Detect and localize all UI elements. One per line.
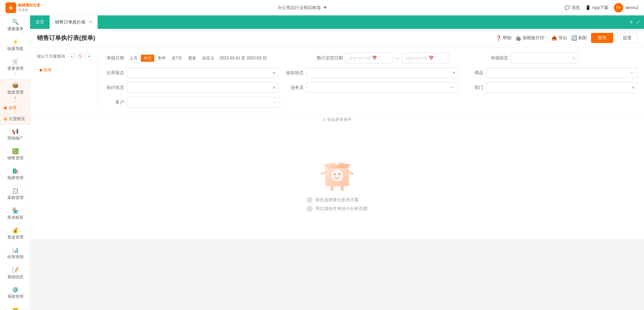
operation-icon: 📊 <box>12 247 19 253</box>
content-area: 首页 销售订单执行表 ✕ ✕ ⤢ 销售订单执行表(按单) ❓ 帮助 <box>30 15 644 310</box>
empty-state: 1 请先选择要分析的方案 2 用过滤条件来缩小分析范围 <box>30 126 644 239</box>
ecommerce-icon: 🛍️ <box>12 168 19 174</box>
delivery-status-select[interactable]: ▾ <box>127 67 278 78</box>
salesperson-input[interactable]: ··· <box>306 82 458 93</box>
calendar-to-icon: 📅 <box>429 56 434 60</box>
sidebar-item-system[interactable]: ⚙️ 系统管理 <box>0 283 30 303</box>
template-print-action[interactable]: 🖨️ 按模板打印 ▾ <box>516 35 547 41</box>
press-order-dot <box>4 107 7 109</box>
sidebar-section-wholesale: 📦 批发管理 ▴ 按单 欠货情况 <box>0 79 30 125</box>
tab-home[interactable]: 首页 <box>30 15 50 29</box>
collapse-arrow-icon: ∧ <box>323 117 326 122</box>
bill-date-label: 单据日期 <box>104 55 124 61</box>
tab-close-sales-exec[interactable]: ✕ <box>89 20 92 24</box>
date-tab-thismonth[interactable]: 本月 <box>141 55 154 62</box>
filter-row-2: 出库状态 ▾ 收款状态 ▾ <box>104 67 637 78</box>
date-tab-7days[interactable]: 近7天 <box>169 55 185 62</box>
sidebar-item-enterprise[interactable]: 🤝 企业协同 <box>0 303 30 310</box>
export-icon: 📤 <box>551 35 557 41</box>
payment-arrow: ▾ <box>453 70 455 75</box>
sidebar-item-quicknav[interactable]: ⚡ 快捷导航 <box>0 35 30 55</box>
filter-rows: 单据日期 上月 本月 本年 近7天 更多 自定义 <box>104 53 637 108</box>
sidebar-item-operation[interactable]: 📊 经营管理 <box>0 244 30 263</box>
app-download-action[interactable]: 📱 App下载 <box>585 5 608 11</box>
tab-expand-window-btn[interactable]: ⤢ <box>636 19 640 25</box>
bill-status-arrow: ▾ <box>573 56 575 61</box>
salesperson-more-btn[interactable]: ··· <box>450 85 454 91</box>
scheme-edit-btn[interactable]: ✎ <box>77 53 84 60</box>
empty-hint-1: 1 请先选择要分析的方案 <box>307 197 368 203</box>
workspace-dropdown-icon[interactable]: ▼ <box>323 5 327 10</box>
date-tab-thisyear[interactable]: 本年 <box>155 55 168 62</box>
scheme-active-dot <box>40 69 42 71</box>
sidebar-item-ecommerce[interactable]: 🛍️ 电商管理 <box>0 164 30 184</box>
bill-status-select[interactable]: ▾ <box>511 53 578 63</box>
svg-rect-10 <box>320 171 326 175</box>
wholesale-icon: 📦 <box>12 82 19 89</box>
refresh-icon: 🔄 <box>571 35 577 41</box>
sidebar-item-marketing[interactable]: 📢 营销推广 <box>0 125 30 145</box>
page-header-actions: ❓ 帮助 🖨️ 按模板打印 ▾ 📤 导出 🔄 刷新 <box>496 33 637 47</box>
payment-status-label: 收款状态 <box>283 70 304 76</box>
svg-rect-12 <box>330 186 334 191</box>
hint-num-1: 1 <box>307 197 313 203</box>
date-tabs: 上月 本月 本年 近7天 更多 自定义 <box>127 55 217 62</box>
help-action[interactable]: ❓ 帮助 <box>496 35 512 41</box>
sidebar-item-sales[interactable]: 💹 销售管理 <box>0 145 30 164</box>
sidebar-item-purchase[interactable]: 📋 采购管理 <box>0 184 30 204</box>
settings-button[interactable]: 设置 <box>617 33 637 43</box>
main-layout: 🔍 搜索菜单 ⚡ 快捷导航 🛒 零售管理 ▾ 📦 批发管理 ▴ 按 <box>0 15 644 310</box>
message-icon: 💬 <box>565 5 570 10</box>
sidebar-item-inventory[interactable]: 🏪 库存核算 <box>0 204 30 224</box>
goods-more-btn[interactable]: ··· <box>630 70 634 76</box>
sidebar-item-wholesale[interactable]: 📦 批发管理 ▴ <box>0 79 30 102</box>
wholesale-label: 批发管理 <box>7 90 23 95</box>
expected-date-to[interactable]: yyyy-mm-dd 📅 <box>402 53 449 63</box>
customer-more-btn[interactable]: ··· <box>272 99 277 105</box>
tab-sales-order-exec[interactable]: 销售订单执行表 ✕ <box>50 15 98 29</box>
workspace-name: 办公用品行业模拟账套 <box>277 5 321 11</box>
tab-close-window-btn[interactable]: ✕ <box>629 19 633 25</box>
delivery-arrow: ▾ <box>273 70 275 75</box>
scheme-add-btn[interactable]: + <box>68 53 75 60</box>
query-button[interactable]: 查询 <box>591 33 613 43</box>
date-separator: — <box>395 56 399 61</box>
scheme-collapse-btn[interactable]: « <box>86 53 93 60</box>
expected-date-label: 预计交货日期 <box>317 55 343 61</box>
inventory-label: 库存核算 <box>7 215 23 220</box>
user-menu[interactable]: Ea demo2 <box>614 3 639 12</box>
sidebar-item-finance[interactable]: 💰 资金管理 <box>0 224 30 244</box>
filter-group-bill-date: 单据日期 上月 本月 本年 近7天 更多 自定义 <box>104 55 311 62</box>
svg-rect-11 <box>348 171 354 175</box>
filter-group-goods: 商品 ··· <box>463 67 637 78</box>
goods-input[interactable]: ··· <box>486 67 637 78</box>
filter-group-payment: 收款状态 ▾ <box>283 67 458 78</box>
sidebar-sub-arrears[interactable]: 欠货情况 <box>0 113 30 124</box>
filter-fields: 单据日期 上月 本月 本年 近7天 更多 自定义 <box>97 53 637 108</box>
sidebar-item-search[interactable]: 🔍 搜索菜单 <box>0 15 30 35</box>
export-action[interactable]: 📤 导出 <box>551 35 567 41</box>
tabs-bar-right: ✕ ⤢ <box>625 19 644 25</box>
date-tab-lastmonth[interactable]: 上月 <box>127 55 140 62</box>
sidebar-sub-press-order[interactable]: 按单 <box>0 102 30 113</box>
exec-status-select[interactable]: ▾ <box>127 82 278 93</box>
sidebar-item-retail[interactable]: 🛒 零售管理 ▾ <box>0 55 30 79</box>
scheme-panel-label: 按以下方案查询 <box>37 54 65 59</box>
dept-select[interactable]: ▾ <box>486 82 637 93</box>
message-action[interactable]: 💬 消息 <box>565 5 580 11</box>
svg-text:畅: 畅 <box>9 6 12 10</box>
avatar: Ea <box>614 3 623 12</box>
basic-label: 基础信息 <box>7 274 23 280</box>
customer-input[interactable]: ··· <box>127 97 280 108</box>
finance-label: 资金管理 <box>7 235 23 240</box>
expected-date-from[interactable]: yyyy-mm-dd 📅 <box>345 53 392 63</box>
sidebar-item-basic[interactable]: 📝 基础信息 <box>0 263 30 283</box>
refresh-action[interactable]: 🔄 刷新 <box>571 35 587 41</box>
wholesale-arrow: ▴ <box>15 95 16 99</box>
scheme-item-press-order[interactable]: 按单 <box>37 65 93 74</box>
workspace-selector[interactable]: 办公用品行业模拟账套 ▼ <box>277 5 327 11</box>
payment-status-select[interactable]: ▾ <box>306 67 458 78</box>
date-tab-more[interactable]: 更多 <box>185 55 199 62</box>
collapse-more-btn[interactable]: ∧ 收起更多条件 <box>30 113 644 126</box>
date-tab-custom[interactable]: 自定义 <box>200 55 217 62</box>
